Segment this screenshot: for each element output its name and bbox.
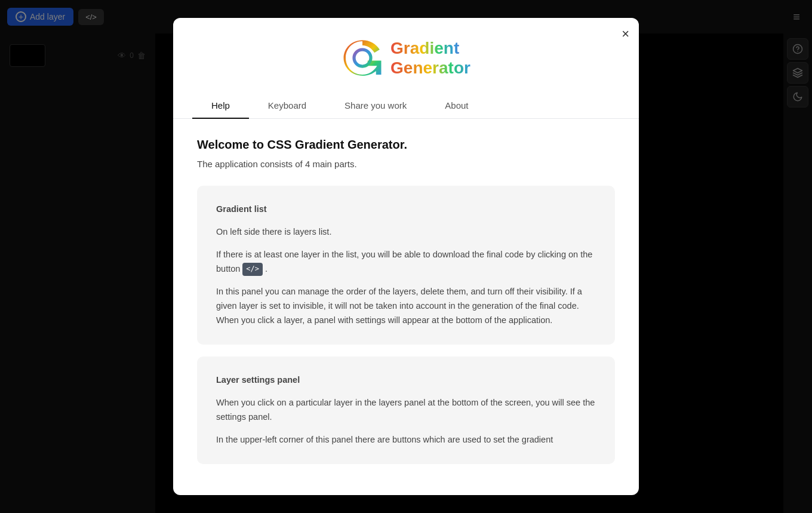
layer-settings-title: Layer settings panel: [216, 373, 596, 388]
logo-text-block: Gradient Generator: [390, 38, 470, 78]
gradient-list-card: Gradient list On left side there is laye…: [197, 186, 615, 344]
para2-suffix: .: [265, 264, 267, 274]
layer-settings-para2: In the upper-left corner of this panel t…: [216, 433, 596, 447]
modal-close-button[interactable]: ×: [622, 27, 629, 41]
gradient-list-para3: In this panel you can manage the order o…: [216, 285, 596, 328]
layer-settings-para1: When you click on a particular layer in …: [216, 396, 596, 425]
logo-icon: [342, 37, 383, 79]
gradient-list-para1: On left side there is layers list.: [216, 225, 596, 239]
gradient-list-title: Gradient list: [216, 202, 596, 217]
welcome-title: Welcome to CSS Gradient Generator.: [197, 138, 615, 152]
tab-help[interactable]: Help: [192, 93, 249, 119]
tab-about[interactable]: About: [426, 93, 487, 119]
welcome-subtitle: The application consists of 4 main parts…: [197, 159, 615, 169]
modal-body: Welcome to CSS Gradient Generator. The a…: [173, 119, 639, 463]
modal-overlay[interactable]: Gradient Generator × Help Keyboard Share…: [0, 0, 812, 513]
logo: Gradient Generator: [342, 37, 470, 79]
logo-text-gradient: Gradient: [390, 38, 470, 59]
modal-dialog: Gradient Generator × Help Keyboard Share…: [173, 18, 639, 494]
layer-settings-card: Layer settings panel When you click on a…: [197, 357, 615, 464]
gradient-list-para2: If there is at least one layer in the li…: [216, 248, 596, 277]
code-badge: </>: [242, 263, 263, 276]
modal-tabs: Help Keyboard Share you work About: [173, 93, 639, 119]
para2-text: If there is at least one layer in the li…: [216, 250, 592, 274]
modal-header: Gradient Generator ×: [173, 18, 639, 79]
tab-keyboard[interactable]: Keyboard: [249, 93, 325, 119]
tab-share[interactable]: Share you work: [325, 93, 426, 119]
svg-point-3: [354, 50, 371, 66]
logo-text-generator: Generator: [390, 58, 470, 78]
